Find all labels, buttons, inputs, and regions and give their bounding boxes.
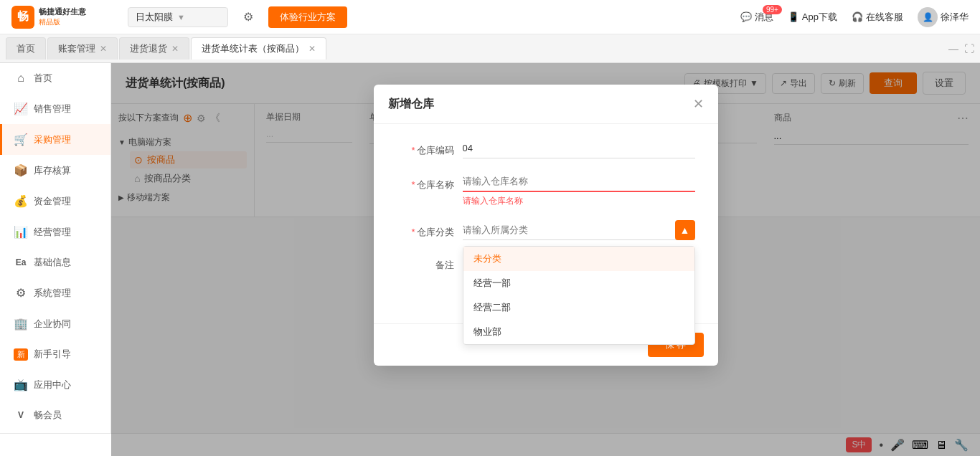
dropdown-option-prop[interactable]: 物业部 (463, 320, 694, 344)
sidebar-item-purchase[interactable]: 🛒 采购管理 (0, 124, 110, 155)
tab-purchase-stats-close[interactable]: ✕ (308, 44, 316, 54)
trial-button[interactable]: 体验行业方案 (268, 6, 347, 28)
logo-text-block: 畅捷通好生意 精品版 (39, 6, 86, 27)
sidebar-item-ops-label: 经营管理 (34, 226, 71, 239)
sidebar-item-appcenter[interactable]: 📺 应用中心 (0, 369, 110, 400)
category-dropdown: ▲ 未分类 经营一部 经营二部 物业部 (463, 220, 695, 240)
modal-overlay: 新增仓库 ✕ *仓库编码 *仓库名称 (111, 63, 980, 456)
tab-home[interactable]: 首页 (6, 37, 46, 60)
tab-account[interactable]: 账套管理 ✕ (47, 37, 118, 60)
sidebar-item-member[interactable]: V 畅会员 (0, 400, 110, 430)
tab-purchase-return[interactable]: 进货退货 ✕ (119, 37, 189, 60)
sidebar-item-purchase-label: 采购管理 (34, 133, 71, 146)
form-row-code: *仓库编码 (397, 138, 695, 158)
dropdown-option-ops1[interactable]: 经营一部 (463, 271, 694, 295)
name-label: *仓库名称 (397, 173, 454, 191)
message-icon: 💬 (740, 11, 752, 22)
name-error-msg: 请输入仓库名称 (463, 196, 523, 206)
chevron-down-icon: ▼ (177, 13, 185, 22)
sidebar-item-ops[interactable]: 📊 经营管理 (0, 217, 110, 247)
tab-right-controls: — ⛶ (948, 43, 974, 54)
category-input[interactable] (463, 220, 695, 240)
sidebar-item-member-label: 畅会员 (34, 409, 62, 422)
guide-icon: 新 (14, 348, 28, 361)
sidebar-item-basic[interactable]: Ea 基础信息 (0, 247, 110, 277)
sidebar-item-home-label: 首页 (34, 72, 52, 85)
modal-title: 新增仓库 (388, 97, 434, 112)
code-label: *仓库编码 (397, 138, 454, 157)
app-download-label: App下载 (802, 11, 837, 24)
top-header: 畅 畅捷通好生意 精品版 日太阳膜 ▼ ⚙ 体验行业方案 💬 消息 99+ 📱 … (0, 0, 980, 34)
logo-icon: 畅 (11, 6, 34, 29)
dropdown-option-none[interactable]: 未分类 (463, 247, 694, 271)
sidebar-item-system-label: 系统管理 (34, 287, 71, 300)
settings-gear-icon[interactable]: ⚙ (237, 6, 260, 29)
name-input[interactable] (463, 171, 695, 192)
avatar: 👤 (918, 7, 938, 27)
tab-minimize-icon[interactable]: — (948, 43, 958, 54)
username: 徐泽华 (941, 11, 969, 24)
sales-icon: 📈 (14, 102, 28, 115)
notifications-item[interactable]: 💬 消息 99+ (740, 11, 773, 24)
tab-purchase-return-label: 进货退货 (130, 42, 167, 55)
sidebar-item-enterprise[interactable]: 🏢 企业协同 (0, 308, 110, 339)
tab-bar: 首页 账套管理 ✕ 进货退货 ✕ 进货单统计表（按商品） ✕ — ⛶ (0, 34, 980, 63)
sidebar-item-guide-label: 新手引导 (34, 348, 71, 361)
sidebar-item-finance[interactable]: 💰 资金管理 (0, 186, 110, 217)
modal-body: *仓库编码 *仓库名称 请输入仓库名称 (374, 124, 718, 323)
form-row-category: *仓库分类 ▲ 未分类 经营一部 经营二部 物业部 (397, 220, 695, 240)
dropdown-option-ops2[interactable]: 经营二部 (463, 295, 694, 320)
category-label: *仓库分类 (397, 220, 454, 239)
logo-badge: 精品版 (39, 17, 86, 27)
tab-home-label: 首页 (17, 42, 35, 55)
inventory-icon: 📦 (14, 163, 28, 177)
appcenter-icon: 📺 (14, 378, 28, 391)
purchase-icon: 🛒 (14, 133, 28, 146)
store-selector[interactable]: 日太阳膜 ▼ (128, 7, 228, 27)
online-service-label: 在线客服 (866, 11, 903, 24)
tab-expand-icon[interactable]: ⛶ (964, 43, 974, 54)
home-icon: ⌂ (14, 72, 28, 85)
member-icon: V (14, 410, 28, 420)
user-profile-item[interactable]: 👤 徐泽华 (918, 7, 969, 27)
header-right: 💬 消息 99+ 📱 App下载 🎧 在线客服 👤 徐泽华 (740, 7, 969, 27)
headset-icon: 🎧 (852, 11, 863, 22)
sidebar-item-sales-label: 销售管理 (34, 103, 71, 115)
logo-area: 畅 畅捷通好生意 精品版 (11, 6, 119, 29)
enterprise-icon: 🏢 (14, 317, 28, 331)
modal-header: 新增仓库 ✕ (374, 85, 718, 124)
tab-purchase-stats[interactable]: 进货单统计表（按商品） ✕ (191, 37, 326, 60)
sidebar-item-sales[interactable]: 📈 销售管理 (0, 93, 110, 124)
dropdown-arrow-button[interactable]: ▲ (675, 220, 695, 240)
note-label: 备注 (397, 253, 454, 272)
name-row-inner: *仓库名称 (397, 171, 695, 192)
tab-purchase-return-close[interactable]: ✕ (171, 44, 179, 54)
sidebar-item-system[interactable]: ⚙ 系统管理 (0, 277, 110, 308)
logo-main-text: 畅捷通好生意 (39, 6, 86, 17)
ops-icon: 📊 (14, 225, 28, 239)
basic-icon: Ea (14, 257, 28, 267)
form-row-name: *仓库名称 请输入仓库名称 (397, 171, 695, 207)
app-download-item[interactable]: 📱 App下载 (788, 11, 837, 24)
sidebar-item-inventory[interactable]: 📦 库存核算 (0, 155, 110, 186)
code-input[interactable] (463, 138, 695, 158)
new-warehouse-modal: 新增仓库 ✕ *仓库编码 *仓库名称 (374, 85, 718, 366)
tab-account-close[interactable]: ✕ (100, 44, 107, 54)
sidebar-item-finance-label: 资金管理 (34, 195, 71, 208)
online-service-item[interactable]: 🎧 在线客服 (852, 11, 903, 24)
sidebar-item-basic-label: 基础信息 (34, 256, 71, 269)
sidebar-item-home[interactable]: ⌂ 首页 (0, 63, 110, 93)
sidebar: ⌂ 首页 📈 销售管理 🛒 采购管理 📦 库存核算 💰 资金管理 📊 经营管理 … (0, 63, 111, 456)
store-name: 日太阳膜 (136, 11, 173, 24)
modal-close-button[interactable]: ✕ (693, 96, 704, 112)
sidebar-item-inventory-label: 库存核算 (34, 164, 71, 177)
system-icon: ⚙ (14, 286, 28, 300)
tab-account-label: 账套管理 (58, 42, 95, 55)
content-area: 进货单统计(按商品) 🖨 按模板打印 ▼ ↗ 导出 ↻ 刷新 查询 设置 (111, 63, 980, 456)
tab-purchase-stats-label: 进货单统计表（按商品） (202, 42, 304, 55)
name-error-row: 请输入仓库名称 (397, 195, 523, 207)
sidebar-item-guide[interactable]: 新 新手引导 (0, 339, 110, 369)
dropdown-list: 未分类 经营一部 经营二部 物业部 (463, 246, 695, 345)
required-star: * (411, 145, 415, 156)
sidebar-item-appcenter-label: 应用中心 (34, 379, 71, 391)
